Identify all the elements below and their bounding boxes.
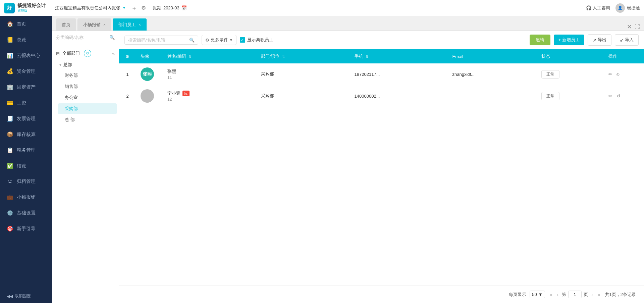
period-selector[interactable]: 账期 2023-03 📅 (153, 5, 187, 11)
add-employee-button[interactable]: + 新增员工 (554, 35, 584, 45)
more-filter-label: 更多条件 (211, 37, 228, 43)
sidebar-item-tax[interactable]: 📋 税务管理 (0, 142, 52, 158)
next-page-button[interactable]: › (590, 291, 594, 298)
tax-icon: 📋 (7, 147, 13, 153)
page-input[interactable] (568, 291, 582, 298)
edit-button[interactable]: ✏ (608, 71, 612, 77)
dept-search: 🔍 (52, 31, 119, 44)
add-company-button[interactable]: ＋ (131, 4, 137, 12)
home-icon: 🏠 (7, 21, 13, 27)
tab-expense[interactable]: 小畅报销 × (77, 18, 111, 31)
dept-item-general[interactable]: 总 部 (58, 114, 117, 125)
col-dept-position[interactable]: 部门/职位 ⇅ (256, 49, 350, 63)
sidebar: 🏠 首页 📒 总账 📊 云报表中心 💰 资金管理 🏢 固定资产 💳 工资 🧾 发… (0, 16, 52, 303)
last-page-button[interactable]: » (596, 291, 602, 298)
row-email: zhangxidf... (447, 63, 537, 85)
cancel-pin-label: 取消固定 (15, 293, 31, 299)
sort-icon: ⇅ (282, 55, 285, 58)
period-label: 账期 (153, 5, 161, 11)
tab-home[interactable]: 首页 (56, 18, 76, 31)
user-menu[interactable]: 👤 畅捷通 (615, 3, 640, 13)
edit-button[interactable]: ✏ (608, 93, 612, 99)
status-badge: 正常 (541, 70, 559, 79)
first-page-button[interactable]: « (548, 291, 554, 298)
search-icon[interactable]: 🔍 (189, 38, 195, 43)
sidebar-item-label: 工资 (17, 100, 26, 106)
toolbar-right: 邀请 + 新增员工 ↗ 导出 ↙ 导入 (530, 34, 639, 46)
sidebar-item-funds[interactable]: 💰 资金管理 (0, 63, 52, 79)
tab-right-controls: ✕ ⛶ (627, 23, 640, 31)
top-header: 好 畅捷通好会计 旗舰版 江西服宝精品有限责任公司内账张 ▼ ＋ ⚙ 账期 20… (0, 0, 644, 16)
col-phone[interactable]: 手机 ⇅ (350, 49, 448, 63)
logout-button[interactable]: ⎋ (616, 71, 619, 77)
checkbox-icon: ✓ (240, 37, 245, 43)
per-page-select[interactable]: 50 ▼ (530, 291, 545, 298)
dept-item-sales[interactable]: 销售部 (58, 81, 117, 92)
company-selector[interactable]: 江西服宝精品有限责任公司内账张 ▼ (55, 5, 126, 11)
row-name-code: 张熙 11 (163, 63, 256, 85)
col-settings[interactable]: ⚙ (119, 49, 136, 63)
employee-toolbar: 🔍 ⚙ 更多条件 ▼ ✓ 显示离职员工 邀请 + 新增员工 (119, 31, 644, 49)
sidebar-item-checkout[interactable]: ✅ 结账 (0, 158, 52, 174)
more-filter-button[interactable]: ⚙ 更多条件 ▼ (202, 35, 236, 45)
guide-icon: 🎯 (7, 225, 13, 232)
customer-service-button[interactable]: 🎧 人工咨询 (586, 5, 610, 11)
status-badge: 正常 (541, 92, 559, 100)
import-button[interactable]: ↙ 导入 (615, 34, 639, 46)
search-icon[interactable]: 🔍 (109, 35, 115, 40)
invite-button[interactable]: 邀请 (530, 35, 550, 45)
page-total: 共1页，2条记录 (605, 292, 636, 298)
dept-group-title[interactable]: ▼ 总部 (56, 60, 119, 70)
close-icon[interactable]: × (103, 22, 106, 27)
all-departments-item[interactable]: ⊞ 全部部门 ↻ « (52, 47, 119, 60)
archive-icon: 🗂 (7, 179, 13, 185)
sort-icon: ⇅ (189, 55, 191, 58)
settings-icon[interactable]: ⚙ (141, 5, 146, 11)
row-dept: 采购部 (256, 63, 350, 85)
refresh-icon[interactable]: ↻ (84, 50, 91, 57)
row-dept: 采购部 (256, 85, 350, 107)
sidebar-item-expense[interactable]: 💼 小畅报销 (0, 189, 52, 205)
prev-page-button[interactable]: ‹ (555, 291, 560, 298)
avatar: 👤 (615, 3, 625, 13)
row-status: 正常 (537, 85, 604, 107)
period-value: 2023-03 (163, 5, 179, 10)
sidebar-item-assets[interactable]: 🏢 固定资产 (0, 79, 52, 95)
sidebar-item-invoice[interactable]: 🧾 发票管理 (0, 111, 52, 127)
header-right: 🎧 人工咨询 👤 畅捷通 (586, 3, 640, 13)
sidebar-item-label: 云报表中心 (17, 53, 40, 59)
show-resigned-checkbox[interactable]: ✓ 显示离职员工 (240, 37, 273, 43)
sidebar-item-label: 资金管理 (17, 68, 36, 74)
collapse-icon[interactable]: « (112, 51, 115, 56)
row-avatar (136, 85, 163, 107)
window-close-icon[interactable]: ✕ (627, 23, 632, 31)
sidebar-item-ledger[interactable]: 📒 总账 (0, 32, 52, 48)
col-action: 操作 (604, 49, 644, 63)
tab-bar: 首页 小畅报销 × 部门员工 × ✕ ⛶ (52, 16, 644, 31)
cancel-pin-button[interactable]: ◀◀ 取消固定 (0, 289, 52, 303)
dept-item-purchase[interactable]: 采购部 (58, 103, 117, 114)
sidebar-item-archive[interactable]: 🗂 归档管理 (0, 174, 52, 189)
employee-code: 12 (167, 97, 252, 102)
dept-search-input[interactable] (56, 35, 107, 40)
sidebar-item-reports[interactable]: 📊 云报表中心 (0, 48, 52, 63)
sidebar-item-payroll[interactable]: 💳 工资 (0, 95, 52, 111)
employee-search-input[interactable] (128, 38, 187, 43)
export-button[interactable]: ↗ 导出 (588, 34, 611, 46)
dept-item-finance[interactable]: 财务部 (58, 70, 117, 81)
sidebar-item-settings[interactable]: ⚙️ 基础设置 (0, 205, 52, 221)
close-icon[interactable]: × (139, 22, 141, 27)
table-row: 1 张熙 张熙 11 (119, 63, 644, 85)
page-content: 🔍 ⊞ 全部部门 ↻ « ▼ 总部 财务部 (52, 31, 644, 303)
sidebar-item-inventory[interactable]: 📦 库存核算 (0, 127, 52, 142)
dept-item-office[interactable]: 办公室 (58, 92, 117, 103)
sidebar-item-label: 归档管理 (17, 179, 36, 185)
sidebar-item-guide[interactable]: 🎯 新手引导 (0, 221, 52, 237)
avatar: 张熙 (141, 67, 154, 81)
col-name-code[interactable]: 姓名/编码 ⇅ (163, 49, 256, 63)
tab-department[interactable]: 部门员工 × (113, 18, 147, 31)
grid-icon: ⊞ (56, 51, 60, 56)
sidebar-item-home[interactable]: 🏠 首页 (0, 16, 52, 32)
window-expand-icon[interactable]: ⛶ (635, 24, 640, 30)
delete-button[interactable]: ↺ (616, 93, 621, 99)
